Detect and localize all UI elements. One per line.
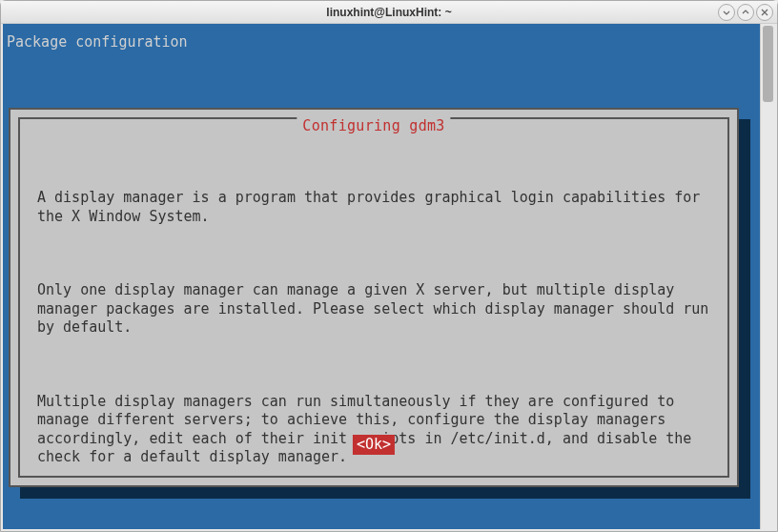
- minimize-button[interactable]: [718, 4, 735, 21]
- dialog-paragraph: Multiple display managers can run simult…: [37, 393, 710, 467]
- dialog-title: Configuring gdm3: [297, 117, 450, 136]
- close-button[interactable]: [756, 4, 773, 21]
- dialog-paragraph: Only one display manager can manage a gi…: [37, 281, 710, 338]
- ok-button[interactable]: <Ok>: [353, 435, 395, 456]
- scrollbar[interactable]: [760, 24, 775, 529]
- terminal-viewport: Package configuration Configuring gdm3 A…: [3, 24, 775, 529]
- dialog-paragraph: A display manager is a program that prov…: [37, 189, 710, 226]
- config-dialog: Configuring gdm3 A display manager is a …: [9, 108, 739, 487]
- titlebar: linuxhint@LinuxHint: ~: [1, 1, 777, 24]
- scrollbar-thumb[interactable]: [763, 26, 773, 102]
- dialog-frame: Configuring gdm3 A display manager is a …: [18, 117, 729, 478]
- window-title: linuxhint@LinuxHint: ~: [326, 6, 451, 19]
- page-header: Package configuration: [7, 33, 188, 52]
- window-controls: [718, 4, 773, 21]
- dialog-body: A display manager is a program that prov…: [37, 152, 710, 522]
- maximize-button[interactable]: [737, 4, 754, 21]
- terminal-window: linuxhint@LinuxHint: ~ Package configura…: [0, 0, 778, 532]
